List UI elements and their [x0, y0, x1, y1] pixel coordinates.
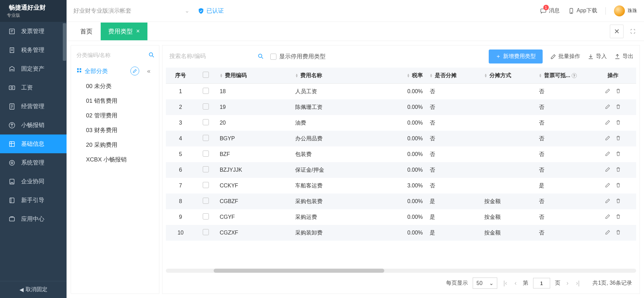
table-row[interactable]: 118人员工资0.00%否否	[166, 84, 636, 100]
delete-row-button[interactable]	[615, 151, 621, 158]
delete-row-button[interactable]	[615, 214, 621, 221]
last-page-button[interactable]: ›|	[575, 279, 581, 287]
delete-row-button[interactable]	[615, 119, 621, 127]
edit-row-button[interactable]	[605, 88, 611, 95]
sidebar-item-invoice[interactable]: 发票管理	[0, 22, 67, 41]
app-download-button[interactable]: App下载	[568, 7, 597, 14]
tab-expense-type[interactable]: 费用类型 ×	[101, 23, 147, 40]
messages-button[interactable]: 1 消息	[540, 7, 560, 14]
row-checkbox[interactable]	[195, 115, 216, 131]
edit-row-button[interactable]	[605, 151, 611, 158]
help-icon[interactable]: ?	[572, 73, 577, 78]
search-icon[interactable]	[257, 53, 264, 60]
tree-item[interactable]: 00 未分类	[71, 79, 159, 94]
first-page-button[interactable]: |‹	[502, 279, 509, 287]
table-row[interactable]: 6BZJYJJK保证金/押金0.00%否否	[166, 162, 636, 178]
tree-item[interactable]: 20 采购费用	[71, 138, 159, 152]
table-search-input[interactable]	[169, 51, 257, 62]
delete-row-button[interactable]	[615, 104, 621, 111]
header-seq[interactable]: 序号	[166, 68, 195, 84]
header-code[interactable]: ▲▼费用编码	[216, 68, 292, 84]
table-row[interactable]: 5BZF包装费0.00%否否	[166, 146, 636, 162]
edit-row-button[interactable]	[605, 229, 611, 237]
tree-search-input[interactable]	[75, 49, 148, 61]
tree-item[interactable]: XCBX 小畅报销	[71, 152, 159, 167]
delete-row-button[interactable]	[615, 229, 621, 237]
tree-item[interactable]: 01 销售费用	[71, 94, 159, 108]
row-checkbox[interactable]	[195, 178, 216, 194]
edit-row-button[interactable]	[605, 167, 611, 174]
import-label: 导入	[596, 53, 607, 60]
tab-close-icon[interactable]: ×	[136, 28, 140, 35]
user-menu[interactable]: 珠珠	[614, 5, 637, 16]
table-row[interactable]: 219陈佩珊工资0.00%否否	[166, 99, 636, 115]
sidebar-item-salary[interactable]: 工资	[0, 78, 67, 97]
edit-row-button[interactable]	[605, 119, 611, 127]
page-input[interactable]	[533, 278, 550, 288]
edit-row-button[interactable]	[605, 198, 611, 205]
close-all-tabs-button[interactable]: ✕	[610, 25, 624, 38]
collapse-tree-button[interactable]: «	[144, 68, 154, 75]
sidebar-item-basic[interactable]: 基础信息	[0, 134, 67, 153]
horizontal-scrollbar[interactable]	[166, 269, 636, 273]
edit-row-button[interactable]	[605, 214, 611, 221]
delete-row-button[interactable]	[615, 198, 621, 205]
row-checkbox[interactable]	[195, 99, 216, 115]
sidebar-item-enterprise[interactable]: 企业协同	[0, 172, 67, 191]
search-icon[interactable]	[148, 52, 155, 59]
prev-page-button[interactable]: ‹	[513, 279, 518, 287]
verified-text: 已认证	[206, 7, 224, 15]
row-checkbox[interactable]	[195, 146, 216, 162]
delete-row-button[interactable]	[615, 182, 621, 189]
delete-row-button[interactable]	[615, 167, 621, 174]
delete-row-button[interactable]	[615, 88, 621, 95]
sidebar-item-expense[interactable]: 小畅报销	[0, 116, 67, 134]
tab-home[interactable]: 首页	[73, 23, 100, 40]
sidebar-item-guide[interactable]: 新手引导	[0, 191, 67, 210]
table-row[interactable]: 320油费0.00%否否	[166, 115, 636, 131]
unpin-button[interactable]: ◀ 取消固定	[0, 281, 67, 298]
import-button[interactable]: 导入	[588, 53, 607, 60]
table-row[interactable]: 9CGYF采购运费0.00%是按金额否	[166, 209, 636, 225]
edit-row-button[interactable]	[605, 104, 611, 111]
header-name[interactable]: ▲▼费用名称	[292, 68, 380, 84]
table-row[interactable]: 4BGYP办公用品费0.00%否否	[166, 131, 636, 146]
table-row[interactable]: 10CGZXF采购装卸费0.00%是按金额否	[166, 225, 636, 241]
delete-row-button[interactable]	[615, 135, 621, 142]
header-method[interactable]: ▲▼分摊方式	[481, 68, 535, 84]
edit-row-button[interactable]	[605, 182, 611, 189]
cell-name: 包装费	[292, 146, 380, 162]
edit-row-button[interactable]	[605, 135, 611, 142]
table-row[interactable]: 8CGBZF采购包装费0.00%是按金额否	[166, 194, 636, 209]
table-row[interactable]: 7CCKYF车船客运费3.00%否是	[166, 178, 636, 194]
export-button[interactable]: 导出	[614, 53, 633, 60]
per-page-select[interactable]: 50 ⌄	[473, 278, 497, 289]
tree-all-categories[interactable]: 全部分类 «	[71, 63, 159, 79]
header-checkbox[interactable]	[195, 68, 216, 84]
tree-item[interactable]: 02 管理费用	[71, 108, 159, 123]
row-checkbox[interactable]	[195, 131, 216, 146]
header-alloc[interactable]: ▲▼是否分摊	[426, 68, 481, 84]
sidebar-item-assets[interactable]: 固定资产	[0, 59, 67, 78]
header-rate[interactable]: ▲▼税率	[380, 68, 426, 84]
header-invoice[interactable]: ▲▼普票可抵...?	[535, 68, 590, 84]
sidebar-item-operations[interactable]: 经营管理	[0, 97, 67, 116]
sidebar-item-apps[interactable]: 应用中心	[0, 210, 67, 228]
batch-operation-button[interactable]: 批量操作	[550, 53, 580, 60]
sidebar-item-tax[interactable]: 税务管理	[0, 41, 67, 59]
sidebar-item-system[interactable]: 系统管理	[0, 153, 67, 172]
account-selector[interactable]: 好业财专业版演示帐套 ⌄	[73, 7, 189, 15]
tree-item[interactable]: 03 财务费用	[71, 123, 159, 138]
edit-categories-button[interactable]	[130, 67, 139, 75]
row-checkbox[interactable]	[195, 194, 216, 209]
table-scroll[interactable]: 序号 ▲▼费用编码 ▲▼费用名称 ▲▼税率 ▲▼是否分摊 ▲▼分摊方式 ▲▼普票…	[162, 68, 640, 267]
row-checkbox[interactable]	[195, 225, 216, 241]
row-checkbox[interactable]	[195, 209, 216, 225]
next-page-button[interactable]: ›	[565, 279, 570, 287]
expand-button[interactable]: ⛶	[628, 29, 638, 34]
show-disabled-checkbox[interactable]: 显示停用费用类型	[270, 53, 326, 60]
add-expense-type-button[interactable]: ＋ 新增费用类型	[489, 49, 543, 63]
sidebar-scrollbar[interactable]	[63, 23, 66, 61]
row-checkbox[interactable]	[195, 84, 216, 100]
row-checkbox[interactable]	[195, 162, 216, 178]
